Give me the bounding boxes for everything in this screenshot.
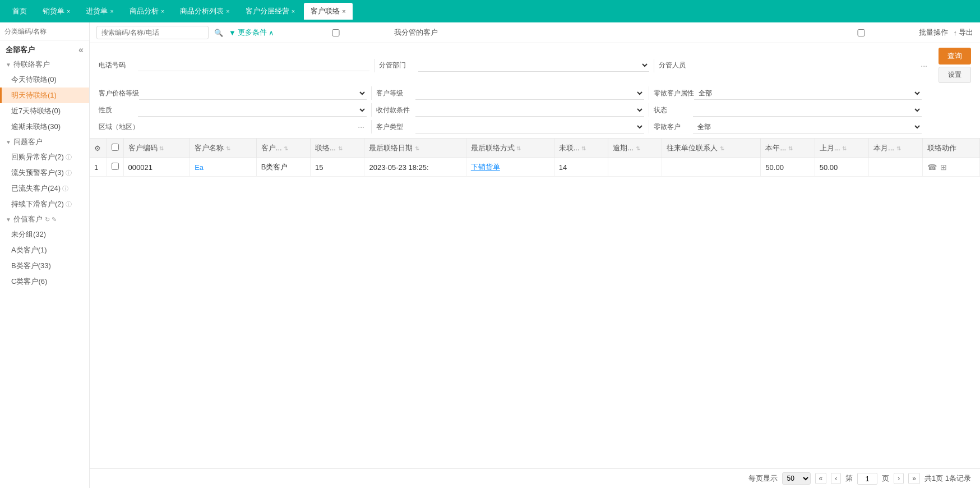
cell-last-method[interactable]: 下销货单	[466, 158, 554, 177]
per-page-label: 每页显示	[748, 473, 778, 484]
filter-retail-attr-select[interactable]: 全部	[694, 87, 922, 100]
col-checkbox[interactable]	[107, 139, 123, 158]
prev-page-btn[interactable]: ‹	[831, 473, 841, 484]
nav-close-product-analysis[interactable]: ×	[161, 8, 164, 15]
nav-sales-order[interactable]: 销货单 ×	[36, 3, 77, 20]
page-input[interactable]	[857, 473, 877, 485]
search-icon[interactable]: 🔍	[214, 29, 223, 37]
query-btn[interactable]: 查询	[939, 48, 971, 65]
sidebar-item-7days[interactable]: 近7天待联络(0)	[0, 103, 89, 119]
col-last-date: 最后联络日期 ⇅	[364, 139, 466, 158]
my-customers-checkbox-label[interactable]: 我分管的客户	[280, 27, 438, 38]
sort-uncontacted-icon[interactable]: ⇅	[581, 145, 586, 151]
more-conditions-btn[interactable]: ▼ 更多条件 ∧	[229, 27, 274, 38]
filter-price-level-select[interactable]	[139, 87, 367, 100]
sidebar-item-repurchase[interactable]: 回购异常客户(2) ⓘ	[0, 149, 89, 165]
sort-this-month-icon[interactable]: ⇅	[896, 145, 901, 151]
set-btn[interactable]: 设置	[939, 67, 971, 83]
sidebar-item-overdue[interactable]: 逾期未联络(30)	[0, 119, 89, 135]
batch-op-checkbox[interactable]	[805, 29, 917, 36]
nav-close-customer-contact[interactable]: ×	[342, 8, 345, 15]
row-checkbox-0[interactable]	[112, 163, 119, 170]
batch-op-btn[interactable]: 批量操作	[805, 27, 948, 38]
cell-name: Ea	[190, 158, 257, 177]
sort-code-icon[interactable]: ⇅	[159, 145, 164, 151]
nav-product-analysis[interactable]: 商品分析 ×	[123, 3, 171, 20]
sort-type-icon[interactable]: ⇅	[284, 145, 288, 151]
sort-last-date-icon[interactable]: ⇅	[415, 145, 419, 151]
sidebar-item-churned[interactable]: 已流失客户(24) ⓘ	[0, 181, 89, 196]
filter-dept-select[interactable]	[418, 59, 650, 72]
nav-product-analysis-list[interactable]: 商品分析列表 ×	[173, 3, 236, 20]
sidebar-group-value[interactable]: 价值客户 ↻ ✎	[0, 212, 89, 227]
sidebar-search-input[interactable]	[4, 27, 89, 35]
action-more-icon[interactable]: ⊞	[940, 163, 947, 172]
nav-customer-segment[interactable]: 客户分层经营 ×	[239, 3, 302, 20]
cell-checkbox[interactable]	[107, 158, 123, 177]
sort-last-method-icon[interactable]: ⇅	[516, 145, 521, 151]
last-method-link[interactable]: 下销货单	[471, 163, 500, 171]
nav-close-customer-segment[interactable]: ×	[292, 8, 295, 15]
sort-contact-person-icon[interactable]: ⇅	[720, 145, 724, 151]
filter-status-select[interactable]	[693, 104, 922, 117]
sidebar-group-problem[interactable]: 问题客户	[0, 135, 89, 149]
col-contact-count: 联络... ⇅	[311, 139, 364, 158]
sidebar-group-pending[interactable]: 待联络客户	[0, 57, 89, 72]
sort-last-month-icon[interactable]: ⇅	[842, 145, 847, 151]
filter-customer-level-select[interactable]	[415, 87, 644, 100]
search-input[interactable]	[96, 26, 209, 39]
sidebar-item-tomorrow[interactable]: 明天待联络(1)	[0, 88, 89, 103]
export-btn[interactable]: ↑ 导出	[954, 27, 974, 38]
nav-home[interactable]: 首页	[6, 3, 34, 20]
sidebar-item-classC[interactable]: C类客户(6)	[0, 274, 89, 289]
col-overdue: 逾期... ⇅	[608, 139, 662, 158]
adv-filter-row-3: 性质 收付款条件 状态	[99, 103, 971, 117]
action-phone-icon[interactable]: ☎	[927, 163, 937, 172]
my-customers-checkbox[interactable]	[280, 29, 392, 36]
sidebar-all-customers[interactable]: 全部客户 «	[0, 40, 89, 57]
sidebar-item-classA[interactable]: A类客户(1)	[0, 242, 89, 258]
nav-close-sales-order[interactable]: ×	[67, 8, 70, 15]
filter-person-dots[interactable]: ···	[918, 61, 930, 70]
filter-customer-type-select[interactable]	[415, 121, 644, 133]
cell-last-month: 50.00	[815, 158, 868, 177]
sort-contact-count-icon[interactable]: ⇅	[338, 145, 343, 151]
nav-customer-contact[interactable]: 客户联络 ×	[304, 3, 352, 20]
sidebar-item-classB[interactable]: B类客户(33)	[0, 258, 89, 274]
table-row: 1 000021 Ea B类客户 15 2023-05-23 18:25: 下销…	[90, 158, 980, 177]
adv-filter-row-1: 电话号码 分管部门 分管人员 ··· 查询	[99, 48, 971, 83]
col-last-month: 上月... ⇅	[815, 139, 868, 158]
sidebar-item-today[interactable]: 今天待联络(0)	[0, 72, 89, 88]
filter-payment-select[interactable]	[415, 104, 644, 117]
filter-phone-input[interactable]	[138, 59, 369, 71]
nav-close-product-analysis-list[interactable]: ×	[226, 8, 229, 15]
settings-icon[interactable]: ⚙	[94, 144, 101, 153]
filter-region-dots[interactable]: ···	[355, 122, 367, 131]
sort-name-icon[interactable]: ⇅	[226, 145, 230, 151]
filter-region-label: 区域（地区）	[99, 122, 139, 132]
sidebar-item-ungroup[interactable]: 未分组(32)	[0, 227, 89, 242]
sidebar-item-declining[interactable]: 持续下滑客户(2) ⓘ	[0, 196, 89, 212]
filter-status-label: 状态	[654, 105, 693, 115]
first-page-btn[interactable]: «	[815, 473, 827, 484]
per-page-select[interactable]: 50 10 20 100	[782, 472, 811, 485]
adv-filter-row-2: 客户价格等级 客户等级 零散客户属性 全部	[99, 86, 971, 100]
last-page-btn[interactable]: »	[908, 473, 920, 484]
filter-nature-select[interactable]	[138, 104, 367, 117]
filter-retail-attr-label: 零散客户属性	[654, 89, 694, 98]
sort-this-year-icon[interactable]: ⇅	[788, 145, 793, 151]
filter-retail-customer-select[interactable]: 全部	[693, 121, 922, 133]
next-page-btn[interactable]: ›	[894, 473, 904, 484]
table-select-all[interactable]	[112, 144, 119, 151]
col-setting[interactable]: ⚙	[90, 139, 107, 158]
filter-payment-label: 收付款条件	[376, 105, 415, 115]
col-contact-person: 往来单位联系人 ⇅	[662, 139, 761, 158]
export-icon: ↑	[954, 29, 958, 37]
nav-close-purchase-order[interactable]: ×	[110, 8, 113, 15]
total-pages-label: 页	[882, 473, 889, 484]
sidebar-item-churn-warn[interactable]: 流失预警客户(3) ⓘ	[0, 165, 89, 181]
nav-purchase-order[interactable]: 进货单 ×	[79, 3, 120, 20]
main-layout: 🔍 全部客户 « 待联络客户 今天待联络(0) 明天待联络(1) 近7天待联络(…	[0, 22, 980, 488]
sidebar-collapse-icon[interactable]: «	[78, 45, 84, 55]
sort-overdue-icon[interactable]: ⇅	[636, 145, 640, 151]
